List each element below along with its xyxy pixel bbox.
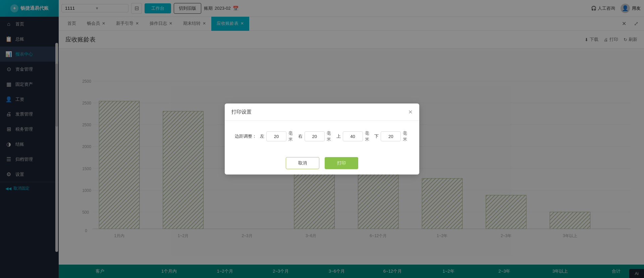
- margin-row: 边距调整： 左 毫米 右 毫米 上 毫米 下: [235, 130, 409, 142]
- bottom-margin-input[interactable]: [381, 131, 401, 141]
- modal-header: 打印设置 ✕: [225, 103, 419, 121]
- print-settings-dialog: 打印设置 ✕ 边距调整： 左 毫米 右 毫米 上 毫米: [225, 103, 419, 175]
- left-margin-group: 左 毫米: [260, 130, 295, 142]
- modal-title: 打印设置: [231, 109, 252, 115]
- bottom-margin-unit: 毫米: [403, 130, 409, 142]
- left-direction-label: 左: [260, 133, 264, 139]
- left-margin-unit: 毫米: [288, 130, 295, 142]
- right-margin-group: 右 毫米: [298, 130, 333, 142]
- modal-body: 边距调整： 左 毫米 右 毫米 上 毫米 下: [225, 121, 419, 152]
- modal-footer: 取消 打印: [225, 152, 419, 175]
- top-margin-input[interactable]: [343, 131, 363, 141]
- confirm-print-button[interactable]: 打印: [325, 157, 358, 169]
- right-margin-unit: 毫米: [327, 130, 333, 142]
- top-margin-group: 上 毫米: [336, 130, 371, 142]
- bottom-direction-label: 下: [374, 133, 379, 139]
- margin-label: 边距调整：: [235, 133, 257, 139]
- top-margin-unit: 毫米: [365, 130, 371, 142]
- left-margin-input[interactable]: [266, 131, 286, 141]
- cancel-button[interactable]: 取消: [286, 157, 319, 169]
- right-direction-label: 右: [298, 133, 303, 139]
- modal-close-button[interactable]: ✕: [408, 109, 413, 115]
- right-margin-input[interactable]: [305, 131, 325, 141]
- top-direction-label: 上: [336, 133, 341, 139]
- bottom-margin-group: 下 毫米: [374, 130, 409, 142]
- modal-overlay: 打印设置 ✕ 边距调整： 左 毫米 右 毫米 上 毫米: [0, 0, 644, 278]
